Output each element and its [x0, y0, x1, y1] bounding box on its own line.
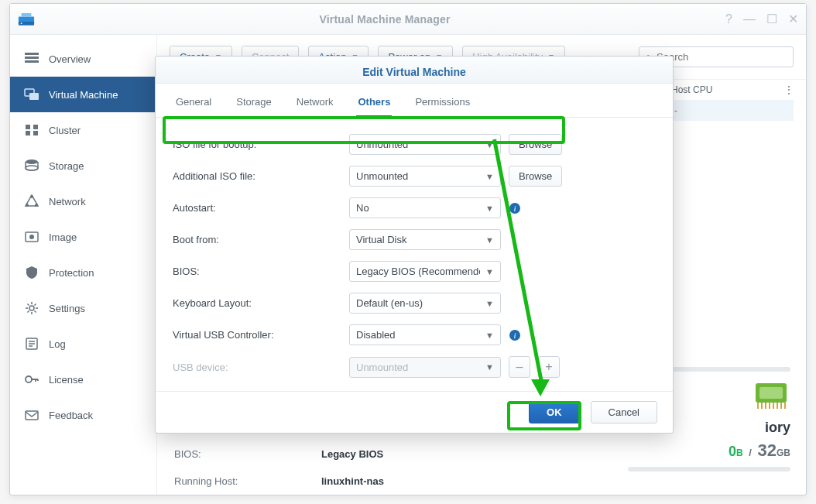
chevron-down-icon: ▼	[485, 172, 494, 181]
svg-point-14	[26, 166, 38, 170]
close-icon[interactable]: ✕	[788, 13, 798, 26]
chevron-down-icon: ▼	[485, 331, 494, 340]
app-icon	[18, 12, 35, 26]
svg-point-16	[30, 195, 33, 198]
bios-select[interactable]: Legacy BIOS (Recommende▼	[349, 261, 501, 282]
dialog-footer: OK Cancel	[156, 391, 673, 433]
svg-rect-11	[26, 131, 30, 135]
sidebar-item-network[interactable]: Network	[10, 183, 156, 219]
svg-point-18	[35, 204, 38, 207]
details-panel: BIOS: Legacy BIOS Running Host: linuxhin…	[170, 441, 794, 495]
field-iso-bootup: ISO file for bootup: Unmounted▼ Browse	[173, 129, 656, 160]
search-input-field[interactable]	[657, 51, 787, 63]
sidebar-item-label: License	[49, 374, 84, 386]
add-usb-button: +	[538, 356, 560, 378]
sidebar-item-label: Settings	[49, 303, 85, 314]
sidebar-item-label: Cluster	[49, 125, 81, 136]
sidebar-item-label: Network	[49, 196, 86, 207]
dialog-tabs: General Storage Network Others Permissio…	[156, 84, 673, 118]
col-menu-icon[interactable]: ⋮	[784, 84, 794, 95]
info-icon[interactable]: i	[509, 329, 521, 341]
svg-rect-8	[29, 93, 39, 100]
sidebar-item-license[interactable]: License	[10, 362, 156, 397]
sidebar-item-feedback[interactable]: Feedback	[10, 397, 156, 433]
field-bios: BIOS: Legacy BIOS (Recommende▼	[173, 255, 656, 287]
chevron-down-icon: ▼	[485, 362, 494, 372]
svg-rect-2	[22, 12, 32, 16]
svg-point-17	[26, 204, 29, 207]
tab-permissions[interactable]: Permissions	[413, 90, 471, 117]
sidebar-item-storage[interactable]: Storage	[10, 148, 156, 183]
additional-iso-select[interactable]: Unmounted▼	[349, 166, 501, 187]
key-icon	[24, 372, 39, 386]
gear-icon	[24, 301, 39, 315]
svg-point-20	[29, 235, 34, 239]
svg-rect-6	[25, 60, 39, 63]
overview-icon	[24, 52, 39, 66]
sidebar-item-label: Virtual Machine	[49, 89, 118, 101]
iso-bootup-browse-button[interactable]: Browse	[509, 134, 562, 155]
remove-usb-button: –	[509, 356, 530, 378]
sidebar-item-log[interactable]: Log	[10, 326, 156, 362]
sidebar-item-label: Overview	[49, 53, 91, 65]
sidebar-item-label: Feedback	[49, 410, 93, 421]
detail-row-bios: BIOS: Legacy BIOS	[170, 441, 794, 468]
iso-bootup-select[interactable]: Unmounted▼	[349, 134, 501, 155]
chevron-down-icon: ▼	[485, 204, 494, 213]
vm-icon	[24, 87, 39, 101]
svg-rect-5	[25, 57, 39, 59]
sidebar-item-label: Log	[49, 338, 66, 350]
field-usb-device: USB device: Unmounted▼ – +	[173, 351, 656, 383]
svg-text:i: i	[513, 204, 516, 213]
svg-rect-9	[26, 125, 30, 129]
svg-text:i: i	[513, 331, 516, 340]
cancel-button[interactable]: Cancel	[591, 401, 657, 423]
col-host-cpu[interactable]: Host CPU	[671, 84, 780, 95]
svg-rect-31	[759, 387, 783, 399]
detail-row-host: Running Host: linuxhint-nas	[170, 468, 794, 495]
svg-point-3	[21, 22, 22, 24]
tab-network[interactable]: Network	[295, 90, 335, 117]
maximize-icon[interactable]: ☐	[766, 13, 777, 26]
sidebar: Overview Virtual Machine Cluster Storage…	[10, 35, 157, 495]
keyboard-select[interactable]: Default (en-us)▼	[349, 293, 501, 314]
protection-icon	[24, 266, 39, 279]
chevron-down-icon: ▼	[485, 140, 494, 149]
sidebar-item-image[interactable]: Image	[10, 219, 156, 255]
window-controls: ? — ☐ ✕	[725, 13, 798, 26]
usb-controller-select[interactable]: Disabled▼	[349, 324, 501, 345]
window-title: Virtual Machine Manager	[44, 13, 725, 26]
tab-general[interactable]: General	[174, 90, 213, 117]
field-keyboard: Keyboard Layout: Default (en-us)▼	[173, 287, 656, 319]
dialog-form: ISO file for bootup: Unmounted▼ Browse A…	[156, 118, 673, 391]
sidebar-item-virtual-machine[interactable]: Virtual Machine	[10, 77, 156, 112]
tab-storage[interactable]: Storage	[235, 90, 273, 117]
autostart-select[interactable]: No▼	[349, 197, 501, 218]
svg-rect-10	[33, 125, 38, 129]
sidebar-item-label: Storage	[49, 160, 84, 172]
mail-icon	[24, 408, 39, 422]
sidebar-item-settings[interactable]: Settings	[10, 290, 156, 326]
dialog-title: Edit Virtual Machine	[156, 57, 673, 84]
sidebar-item-overview[interactable]: Overview	[10, 41, 156, 77]
help-icon[interactable]: ?	[725, 13, 732, 26]
boot-from-select[interactable]: Virtual Disk▼	[349, 229, 501, 250]
svg-point-13	[26, 159, 38, 164]
info-icon[interactable]: i	[509, 202, 521, 214]
chevron-down-icon: ▼	[485, 235, 494, 245]
sidebar-item-protection[interactable]: Protection	[10, 255, 156, 290]
field-autostart: Autostart: No▼ i	[173, 192, 656, 224]
field-additional-iso: Additional ISO file: Unmounted▼ Browse	[173, 160, 656, 192]
tab-others[interactable]: Others	[356, 90, 392, 118]
minimize-icon[interactable]: —	[743, 13, 756, 26]
ok-button[interactable]: OK	[529, 401, 580, 423]
sidebar-item-label: Image	[49, 231, 77, 243]
chip-icon	[752, 381, 790, 410]
additional-iso-browse-button[interactable]: Browse	[509, 166, 562, 187]
field-boot-from: Boot from: Virtual Disk▼	[173, 224, 656, 255]
sidebar-item-cluster[interactable]: Cluster	[10, 112, 156, 148]
storage-icon	[24, 159, 39, 173]
edit-vm-dialog: Edit Virtual Machine General Storage Net…	[155, 56, 674, 434]
sidebar-item-label: Protection	[49, 267, 94, 279]
chevron-down-icon: ▼	[485, 299, 494, 308]
